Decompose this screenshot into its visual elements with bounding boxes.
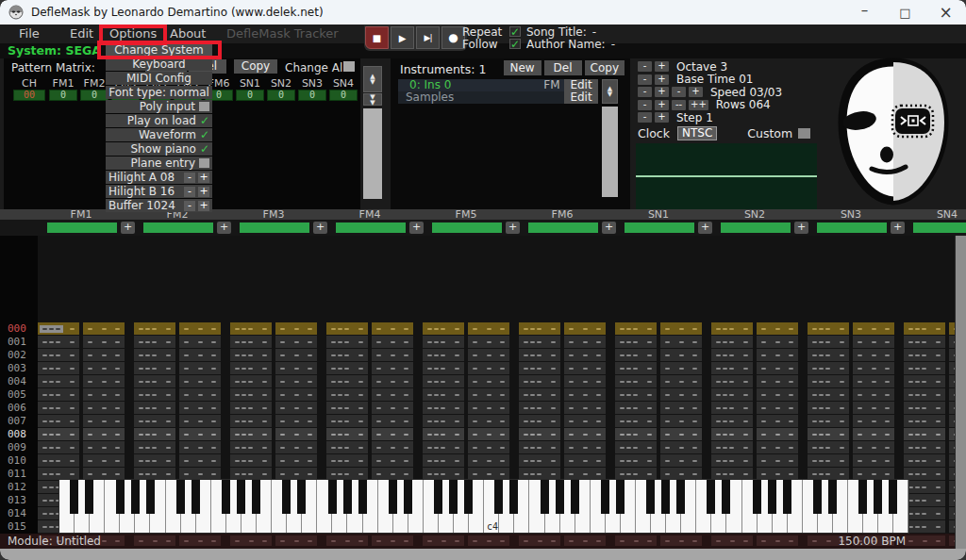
piano-black-key[interactable] xyxy=(343,480,352,514)
effect-cell[interactable] xyxy=(757,415,798,427)
matrix-cell-sn4[interactable]: 0 xyxy=(329,90,358,101)
piano-black-key[interactable] xyxy=(828,480,837,514)
pattern-row-007[interactable]: 007 xyxy=(0,415,966,428)
effect-cell[interactable] xyxy=(853,375,894,387)
note-cell[interactable] xyxy=(904,494,945,506)
matrix-cell-sn3[interactable]: 0 xyxy=(298,90,326,101)
matrix-scrollbar-thumb[interactable] xyxy=(363,108,382,199)
maximize-button[interactable]: □ xyxy=(885,0,925,25)
piano-black-key[interactable] xyxy=(601,480,609,514)
effect-cell[interactable] xyxy=(660,428,702,440)
piano-black-key[interactable] xyxy=(494,480,503,514)
increment-button[interactable]: + xyxy=(655,100,669,110)
note-cell[interactable] xyxy=(904,481,945,493)
menu-edit[interactable]: Edit xyxy=(70,25,93,43)
note-cell[interactable] xyxy=(230,336,272,348)
pattern-row-006[interactable]: 006 xyxy=(0,402,966,415)
channel-volume-bar-sn1[interactable] xyxy=(625,222,694,233)
effect-cell[interactable] xyxy=(564,415,606,427)
effect-cell[interactable] xyxy=(660,362,702,374)
channel-expand-button-fm3[interactable]: + xyxy=(313,222,327,234)
note-cell[interactable] xyxy=(711,428,753,440)
note-cell[interactable] xyxy=(38,454,79,467)
channel-header-sn1[interactable]: SN1 xyxy=(615,209,702,220)
effect-cell[interactable] xyxy=(564,362,606,374)
note-cell[interactable] xyxy=(711,375,753,387)
channel-volume-bar-fm4[interactable] xyxy=(336,222,406,233)
channel-header-sn2[interactable]: SN2 xyxy=(711,209,798,220)
note-cell[interactable] xyxy=(134,375,175,387)
effect-cell[interactable] xyxy=(372,402,413,414)
menu-item-hilight-b-16[interactable]: Hilight B 16-+ xyxy=(106,185,212,198)
effect-cell[interactable] xyxy=(372,336,413,348)
effect-cell[interactable] xyxy=(660,375,702,387)
note-cell[interactable] xyxy=(519,415,560,427)
effect-cell[interactable] xyxy=(275,454,317,467)
effect-cell[interactable] xyxy=(660,388,702,401)
effect-cell[interactable] xyxy=(468,388,509,401)
effect-cell[interactable] xyxy=(564,322,606,335)
piano-black-key[interactable] xyxy=(389,480,397,514)
menu-item-font-type-normal[interactable]: Font type: normal xyxy=(106,86,212,99)
channel-expand-button-fm4[interactable]: + xyxy=(409,222,424,234)
note-cell[interactable] xyxy=(230,362,272,374)
channel-header-fm4[interactable]: FM4 xyxy=(326,209,413,220)
effect-cell[interactable] xyxy=(275,349,317,361)
channel-volume-bar-sn3[interactable] xyxy=(817,222,887,233)
effect-cell[interactable] xyxy=(83,336,125,348)
effect-cell[interactable] xyxy=(372,454,413,467)
effect-cell[interactable] xyxy=(83,415,125,427)
pattern-row-002[interactable]: 002 xyxy=(0,349,966,362)
effect-cell[interactable] xyxy=(179,402,221,414)
note-cell[interactable] xyxy=(38,322,79,335)
note-cell[interactable] xyxy=(423,428,464,440)
note-cell[interactable] xyxy=(904,428,945,440)
effect-cell[interactable] xyxy=(275,415,317,427)
note-cell[interactable] xyxy=(808,388,849,401)
note-cell[interactable] xyxy=(904,468,945,480)
effect-cell[interactable] xyxy=(468,375,509,387)
pattern-row-001[interactable]: 001 xyxy=(0,336,966,349)
note-cell[interactable] xyxy=(615,428,657,440)
note-cell[interactable] xyxy=(615,402,657,414)
minimize-button[interactable]: – xyxy=(844,0,885,25)
piano-black-key[interactable] xyxy=(556,480,564,514)
decrement-button[interactable]: - xyxy=(184,187,195,197)
note-cell[interactable] xyxy=(904,362,945,374)
clock-ntsc-button[interactable]: NTSC xyxy=(677,126,717,140)
note-cell[interactable] xyxy=(423,336,464,348)
piano-black-key[interactable] xyxy=(404,480,412,514)
follow-checkbox[interactable]: ✓ xyxy=(509,39,521,49)
note-cell[interactable] xyxy=(711,336,753,348)
instrument-copy-button[interactable]: Copy xyxy=(585,60,625,75)
effect-cell[interactable] xyxy=(372,375,413,387)
note-cell[interactable] xyxy=(423,415,464,427)
decrement-button[interactable]: - xyxy=(638,100,652,110)
effect-cell[interactable] xyxy=(564,402,606,414)
matrix-cell-ch[interactable]: 00 xyxy=(13,90,45,101)
note-cell[interactable] xyxy=(519,362,560,374)
decrement-button[interactable]: - xyxy=(184,201,195,211)
instrument-scrollbar-thumb[interactable] xyxy=(602,107,618,197)
effect-cell[interactable] xyxy=(853,428,894,440)
effect-cell[interactable] xyxy=(83,362,125,374)
note-cell[interactable] xyxy=(134,349,175,361)
note-cell[interactable] xyxy=(134,362,175,374)
effect-cell[interactable] xyxy=(275,362,317,374)
menu-item-plane-entry[interactable]: Plane entry xyxy=(106,156,212,170)
note-cell[interactable] xyxy=(38,362,79,374)
effect-cell[interactable] xyxy=(372,428,413,440)
piano-black-key[interactable] xyxy=(464,480,473,514)
decrement-button[interactable]: - xyxy=(638,87,652,97)
play-button[interactable]: ▶ xyxy=(391,26,414,49)
matrix-cell-fm2[interactable]: 0 xyxy=(80,90,108,101)
checkmark-icon[interactable]: ✓ xyxy=(200,144,209,155)
effect-cell[interactable] xyxy=(564,441,606,453)
note-cell[interactable] xyxy=(615,362,657,374)
effect-cell[interactable] xyxy=(179,388,221,401)
effect-cell[interactable] xyxy=(179,415,221,427)
decrement-button[interactable]: - xyxy=(638,112,652,123)
increment-button[interactable]: + xyxy=(655,61,669,72)
note-cell[interactable] xyxy=(904,415,945,427)
note-cell[interactable] xyxy=(326,415,368,427)
